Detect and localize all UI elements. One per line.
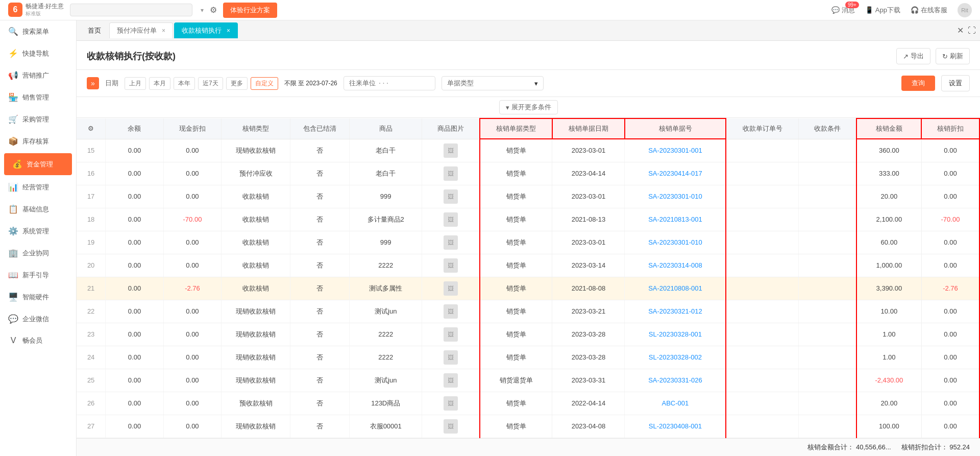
verify-bill-link[interactable]: SA-20230331-026: [648, 376, 702, 384]
cell-verify-bill-type: 销货单: [480, 185, 552, 208]
cell-verify-bill-no[interactable]: SA-20210808-001: [625, 277, 726, 300]
sidebar-item-purchase[interactable]: 🛒 采购管理: [0, 108, 76, 130]
content-area: 首页 预付冲应付单 × 收款核销执行 × ✕ ⛶ 收款核销执行(按收款) ↗: [77, 20, 980, 456]
cell-verify-type: 收款核销: [222, 208, 290, 231]
sidebar-item-hardware[interactable]: 🖥️ 智能硬件: [0, 286, 76, 308]
cell-verify-bill-no[interactable]: SA-20230331-026: [625, 369, 726, 392]
sidebar-item-wechat[interactable]: 💬 企业微信: [0, 308, 76, 330]
cell-verify-bill-no[interactable]: SA-20230301-001: [625, 139, 726, 162]
tab-receipts-close[interactable]: ×: [227, 27, 230, 34]
verify-bill-link[interactable]: SA-20230301-010: [648, 193, 702, 200]
sidebar-item-operations[interactable]: 📊 经营管理: [0, 176, 76, 198]
table-row: 22 0.00 0.00 现销收款核销 否 测试jun 🖼 销货单 2023-0…: [77, 300, 979, 323]
cell-verify-bill-no[interactable]: SL-20230408-001: [625, 415, 726, 438]
sidebar-item-inventory[interactable]: 📦 库存核算: [0, 130, 76, 152]
sidebar-item-system[interactable]: ⚙️ 系统管理: [0, 220, 76, 242]
cell-verify-bill-no[interactable]: SA-20230314-008: [625, 254, 726, 277]
verify-bill-link[interactable]: SA-20230321-012: [648, 307, 702, 315]
tab-close-window-button[interactable]: ✕: [957, 26, 964, 35]
cell-product: 测试多属性: [350, 277, 422, 300]
date-btn-this-year[interactable]: 本年: [174, 77, 195, 90]
cell-verify-bill-no[interactable]: SL-20230328-001: [625, 323, 726, 346]
cell-verify-bill-no[interactable]: SA-20230414-017: [625, 162, 726, 185]
cell-gear[interactable]: 23: [77, 323, 106, 346]
cell-gear[interactable]: 24: [77, 346, 106, 369]
table-row: 24 0.00 0.00 现销收款核销 否 2222 🖼 销货单 2023-03…: [77, 346, 979, 369]
cell-gear[interactable]: 18: [77, 208, 106, 231]
trial-button[interactable]: 体验行业方案: [223, 3, 277, 18]
expand-more-conditions-button[interactable]: ▾ 展开更多条件: [499, 100, 558, 114]
notification-item[interactable]: 💬 消息 99+: [831, 6, 855, 15]
sidebar-item-member[interactable]: V 畅会员: [0, 330, 76, 351]
online-service-item[interactable]: 🎧 在线客服: [911, 6, 947, 15]
sidebar-item-label-operations: 经营管理: [22, 183, 49, 192]
cell-included: 否: [290, 300, 349, 323]
sidebar-item-corp[interactable]: 🏢 企业协同: [0, 242, 76, 264]
tab-bar-right: ✕ ⛶: [957, 26, 976, 35]
sidebar-item-sales[interactable]: 🏪 销售管理: [0, 86, 76, 108]
cell-verify-bill-date: 2022-04-14: [552, 392, 625, 415]
top-bar: 6 畅捷通·好生意 标准版 ▾ ⚙ 体验行业方案 💬 消息 99+ 📱 App下…: [0, 0, 980, 20]
verify-bill-link[interactable]: SL-20230328-001: [649, 330, 702, 338]
cell-included: 否: [290, 162, 349, 185]
verify-bill-link[interactable]: SA-20210813-001: [648, 215, 702, 223]
cell-gear[interactable]: 21: [77, 277, 106, 300]
settings-gear-icon[interactable]: ⚙: [210, 5, 217, 15]
verify-bill-link[interactable]: SA-20210808-001: [648, 284, 702, 292]
cell-gear[interactable]: 25: [77, 369, 106, 392]
cell-verify-bill-no[interactable]: SA-20230321-012: [625, 300, 726, 323]
cell-gear[interactable]: 28: [77, 438, 106, 438]
cell-verify-bill-no[interactable]: SL-20230328-002: [625, 346, 726, 369]
cell-gear[interactable]: 22: [77, 300, 106, 323]
cell-gear[interactable]: 16: [77, 162, 106, 185]
verify-bill-link[interactable]: SL-20230408-001: [649, 422, 702, 430]
sidebar-item-shortcuts[interactable]: ⚡ 快捷导航: [0, 42, 76, 64]
sidebar-item-finance[interactable]: 💰 资金管理: [4, 153, 72, 175]
cell-gear[interactable]: 17: [77, 185, 106, 208]
cell-verify-bill-no[interactable]: SA-20230301-010: [625, 185, 726, 208]
tab-prepay-close[interactable]: ×: [162, 27, 165, 34]
sidebar-item-guide[interactable]: 📖 新手引导: [0, 264, 76, 286]
cell-gear[interactable]: 15: [77, 139, 106, 162]
export-button[interactable]: ↗ 导出: [896, 48, 930, 64]
verify-bill-link[interactable]: SL-20230328-002: [649, 353, 702, 361]
sidebar-item-basic[interactable]: 📋 基础信息: [0, 198, 76, 220]
cell-gear[interactable]: 19: [77, 231, 106, 254]
date-btn-last-month[interactable]: 上月: [125, 77, 146, 90]
date-btn-more[interactable]: 更多: [226, 77, 248, 90]
corp-icon: 🏢: [8, 248, 18, 258]
sidebar-item-search[interactable]: 🔍 搜索菜单: [0, 20, 76, 42]
table-settings-button[interactable]: 设置: [941, 75, 970, 91]
tab-fullscreen-button[interactable]: ⛶: [968, 26, 976, 35]
cell-verify-bill-no[interactable]: ABC-001: [625, 392, 726, 415]
cell-verify-type: 收款核销: [222, 277, 290, 300]
date-btn-custom[interactable]: 自定义: [251, 77, 278, 90]
cell-gear[interactable]: 27: [77, 415, 106, 438]
table-row: 15 0.00 0.00 现销收款核销 否 老白干 🖼 销货单 2023-03-…: [77, 139, 979, 162]
cell-verify-bill-no[interactable]: SL-20230418-001: [625, 438, 726, 438]
tab-receipts[interactable]: 收款核销执行 ×: [174, 22, 238, 38]
verify-bill-link[interactable]: SA-20230414-017: [648, 170, 702, 177]
refresh-button[interactable]: ↻ 刷新: [936, 48, 970, 64]
verify-bill-link[interactable]: SA-20230301-001: [648, 147, 702, 154]
sidebar-item-marketing[interactable]: 📢 营销推广: [0, 64, 76, 86]
verify-bill-link[interactable]: SA-20230314-008: [648, 261, 702, 269]
query-button[interactable]: 查询: [901, 76, 935, 91]
voucher-type-filter[interactable]: 单据类型 ▾: [442, 76, 544, 90]
cell-verify-bill-no[interactable]: SA-20230301-010: [625, 231, 726, 254]
date-btn-this-month[interactable]: 本月: [149, 77, 170, 90]
filter-toggle-button[interactable]: »: [87, 77, 99, 89]
app-download-item[interactable]: 📱 App下载: [865, 6, 900, 15]
verify-bill-link[interactable]: SA-20230301-010: [648, 238, 702, 246]
table-wrap[interactable]: ⚙ 余额 现金折扣 核销类型 包含已结清 商品 商品图片 核销单据类型 核销单据…: [77, 118, 980, 438]
cell-gear[interactable]: 26: [77, 392, 106, 415]
date-btn-7days[interactable]: 近7天: [198, 77, 223, 90]
user-avatar[interactable]: Rit: [958, 3, 972, 17]
search-dropdown-arrow[interactable]: ▾: [201, 7, 204, 14]
verify-bill-link[interactable]: ABC-001: [662, 399, 689, 407]
top-search-input[interactable]: [70, 4, 192, 16]
cell-gear[interactable]: 20: [77, 254, 106, 277]
tab-prepay[interactable]: 预付冲应付单 ×: [109, 22, 173, 38]
tab-home[interactable]: 首页: [81, 23, 108, 38]
cell-verify-bill-no[interactable]: SA-20210813-001: [625, 208, 726, 231]
